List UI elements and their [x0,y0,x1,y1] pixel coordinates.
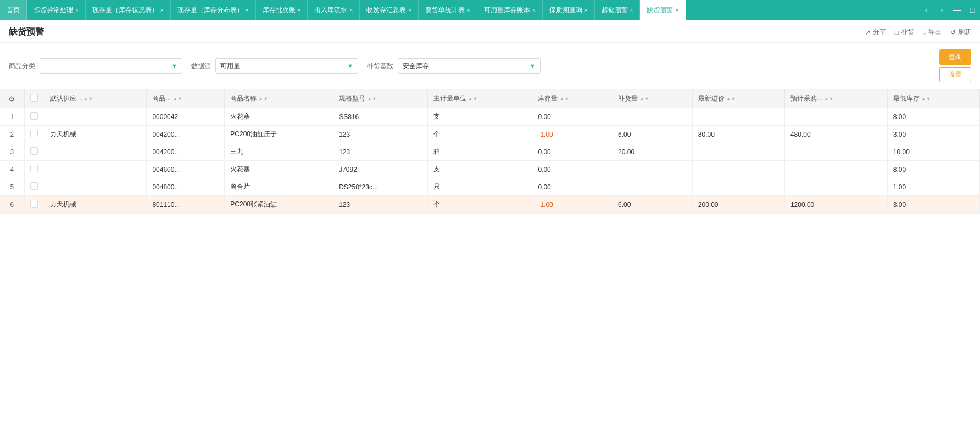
select-all-checkbox[interactable] [30,94,38,102]
nav-label-2: 现存量（库存状况表） [92,5,158,15]
nav-item-4[interactable]: 库存批次账 × [256,0,308,20]
cell-product-name-5: PC200张紧油缸 [225,196,333,214]
cell-supplier-3 [44,161,147,178]
nav-item-5[interactable]: 出入库流水 × [308,0,360,20]
refresh-button[interactable]: ↺ 刷新 [950,27,971,37]
row-checkbox-4[interactable] [30,182,38,190]
category-select[interactable]: ▼ [40,58,182,74]
sort-product-name[interactable]: 商品名称 ▲▼ [230,94,327,103]
cell-unit-1: 个 [427,126,532,143]
cell-checkbox-3[interactable] [24,161,44,178]
nav-item-11[interactable]: 缺货预警 × [640,0,686,20]
nav-close-5[interactable]: × [349,7,353,13]
cell-latest-price-5: 200.00 [692,196,784,214]
column-settings-icon[interactable]: ⚙ [8,94,15,103]
nav-close-11[interactable]: × [675,7,678,13]
sort-stock[interactable]: 库存量 ▲▼ [538,94,606,103]
export-button[interactable]: ↓ 导出 [923,27,942,37]
sort-latest-price[interactable]: 最新进价 ▲▼ [698,94,779,103]
cell-min-stock-2: 10.00 [887,143,979,161]
sort-restock[interactable]: 补货量 ▲▼ [618,94,687,103]
nav-item-home[interactable]: 首页 [0,0,27,20]
nav-close-10[interactable]: × [630,7,633,13]
nav-next-button[interactable]: › [934,2,949,18]
table-header-row: ⚙ 默认供应... ▲▼ 商品... ▲▼ [0,89,980,108]
data-table: ⚙ 默认供应... ▲▼ 商品... ▲▼ [0,89,980,214]
nav-close-9[interactable]: × [584,7,588,13]
sort-unit[interactable]: 主计量单位 ▲▼ [433,94,527,103]
restock-button[interactable]: □ 补货 [895,27,914,37]
cell-stock-4: 0.00 [532,178,612,196]
table-row[interactable]: 1 0000042 火花塞 SS816 支 0.00 8.00 [0,108,980,126]
query-button[interactable]: 查询 [939,49,971,65]
cell-min-stock-1: 3.00 [887,126,979,143]
share-button[interactable]: ↗ 分享 [865,27,886,37]
table-row[interactable]: 3 004200... 三九 123 箱 0.00 20.00 10.00 [0,143,980,161]
th-supplier-label: 默认供应... [50,94,82,103]
sort-arrows-restock: ▲▼ [639,97,649,100]
sort-supplier[interactable]: 默认供应... ▲▼ [50,94,141,103]
cell-checkbox-1[interactable] [24,126,44,143]
nav-item-2[interactable]: 现存量（库存状况表） × [86,0,171,20]
cell-restock-4 [612,178,693,196]
cell-checkbox-2[interactable] [24,143,44,161]
nav-close-8[interactable]: × [532,7,536,13]
datasource-filter-label: 数据源 [191,61,211,71]
row-checkbox-5[interactable] [30,200,38,208]
row-checkbox-1[interactable] [30,130,38,137]
nav-label-1: 拣货异常处理 [34,5,73,15]
th-unit: 主计量单位 ▲▼ [427,89,532,108]
cell-restock-0 [612,108,693,126]
th-min-stock-label: 最低库存 [893,94,920,103]
cell-checkbox-5[interactable] [24,196,44,214]
cell-stock-2: 0.00 [532,143,612,161]
cell-latest-price-1: 80.00 [692,126,784,143]
sort-min-stock[interactable]: 最低库存 ▲▼ [893,94,974,103]
row-checkbox-2[interactable] [30,147,38,155]
nav-minimize-button[interactable]: — [949,2,965,18]
sort-product-code[interactable]: 商品... ▲▼ [152,94,219,103]
nav-close-2[interactable]: × [160,7,164,13]
table-row[interactable]: 4 004600... 火花塞 J7092 支 0.00 8.00 [0,161,980,178]
nav-item-9[interactable]: 保质期查询 × [543,0,595,20]
table-row[interactable]: 2 力天机械 004200... PC200油缸庄子 123 个 -1.00 6… [0,126,980,143]
row-checkbox-0[interactable] [30,112,38,120]
table-row[interactable]: 6 力天机械 801110... PC200张紧油缸 123 个 -1.00 6… [0,196,980,214]
nav-close-4[interactable]: × [298,7,301,13]
row-checkbox-3[interactable] [30,165,38,172]
cell-product-code-3: 004600... [147,161,225,178]
table-row[interactable]: 5 004800... 离合片 DS250*23c... 只 0.00 1.00 [0,178,980,196]
nav-item-3[interactable]: 现存量（库存分布表） × [171,0,256,20]
nav-item-1[interactable]: 拣货异常处理 × [27,0,86,20]
nav-item-7[interactable]: 要货单统计表 × [419,0,477,20]
datasource-select[interactable]: 可用量 ▼ [215,58,358,74]
nav-item-10[interactable]: 超储预警 × [595,0,641,20]
nav-close-3[interactable]: × [246,7,249,13]
cell-product-code-0: 0000042 [147,108,225,126]
th-restock: 补货量 ▲▼ [612,89,693,108]
category-filter-group: 商品分类 ▼ [9,58,182,74]
sort-expected-purchase[interactable]: 预计采购... ▲▼ [790,94,882,103]
cell-checkbox-0[interactable] [24,108,44,126]
nav-item-6[interactable]: 收发存汇总表 × [360,0,419,20]
cell-unit-4: 只 [427,178,532,196]
th-min-stock: 最低库存 ▲▼ [887,89,979,108]
nav-close-6[interactable]: × [408,7,411,13]
restock-base-select-value: 安全库存 [403,61,429,71]
restock-base-select[interactable]: 安全库存 ▼ [398,58,541,74]
nav-label-4: 库存批次账 [263,5,296,15]
nav-maximize-button[interactable]: □ [965,2,980,18]
sort-arrows-stock: ▲▼ [559,97,569,100]
cell-restock-3 [612,161,693,178]
cell-checkbox-4[interactable] [24,178,44,196]
settings-button[interactable]: 设置 [939,67,971,82]
cell-unit-3: 支 [427,161,532,178]
cell-spec-3: J7092 [333,161,428,178]
nav-item-8[interactable]: 可用量库存账本 × [477,0,543,20]
sort-spec[interactable]: 规格型号 ▲▼ [339,94,422,103]
refresh-icon: ↺ [950,29,956,36]
cell-expected-purchase-2 [784,143,887,161]
nav-close-1[interactable]: × [75,7,79,13]
nav-prev-button[interactable]: ‹ [918,2,934,18]
nav-close-7[interactable]: × [467,7,470,13]
